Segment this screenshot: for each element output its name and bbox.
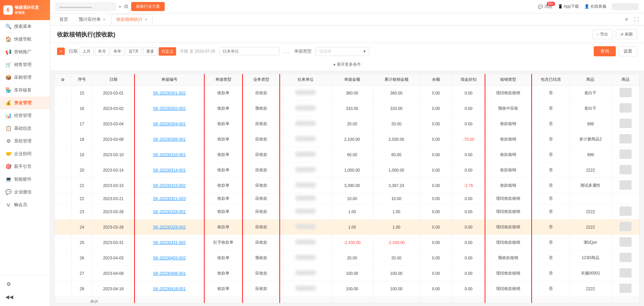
cell-unit bbox=[280, 101, 331, 116]
sidebar-item-basic[interactable]: 📋 基础信息 bbox=[0, 122, 50, 135]
sidebar-item-quick[interactable]: 🏠 快捷导航 bbox=[0, 33, 50, 46]
maximize-window-btn[interactable]: ⛶ bbox=[633, 16, 640, 23]
refresh-button[interactable]: ↺ 刷新 bbox=[616, 29, 637, 39]
dropdown-arrow[interactable]: ▾ bbox=[119, 4, 121, 9]
sidebar-item-finance[interactable]: 💰 资金管理 bbox=[0, 97, 50, 109]
cell-sn[interactable]: SK-20230418-001 bbox=[135, 281, 204, 297]
sidebar-label-system: 系统管理 bbox=[14, 138, 32, 144]
sidebar-item-settings[interactable]: ⚙ bbox=[0, 278, 50, 291]
message-badge-container[interactable]: 💬 消息 99+ bbox=[538, 4, 552, 9]
sidebar-item-hardware[interactable]: 💻 智能硬件 bbox=[0, 173, 50, 186]
cell-num: 28 bbox=[71, 281, 93, 297]
tab-collection-close[interactable]: ✕ bbox=[145, 17, 148, 22]
table-header-row: ⚙ 序号 日期 单据编号 单据类型 业务类型 往来单位 单据金额 累计核销金额 … bbox=[55, 74, 640, 85]
cell-bill-type: 收款单 bbox=[204, 220, 243, 235]
cell-sn[interactable]: SK-20230328-002 bbox=[135, 220, 204, 235]
cell-discount: 0.00 bbox=[452, 235, 485, 250]
cell-cancel-type: 收款核销 bbox=[485, 116, 532, 132]
app-download-link[interactable]: 📱 App下载 bbox=[558, 4, 579, 9]
cell-num: 25 bbox=[71, 235, 93, 250]
sidebar-label-hardware: 智能硬件 bbox=[14, 176, 32, 182]
cell-goods: 123D商品 bbox=[570, 250, 611, 266]
sidebar-item-sales[interactable]: 🛒 销售管理 bbox=[0, 58, 50, 71]
sidebar-item-collapse[interactable]: ◀◀ bbox=[0, 291, 50, 303]
cell-sn[interactable]: SK-20230408-001 bbox=[135, 266, 204, 281]
cell-num: 22 bbox=[71, 193, 93, 204]
sidebar-item-guide[interactable]: 🎯 新手引导 bbox=[0, 160, 50, 173]
cell-goods-img bbox=[611, 132, 639, 147]
filter-settings-button[interactable]: 设置 bbox=[619, 46, 637, 56]
filter-date-this-month[interactable]: 本月 bbox=[95, 47, 109, 56]
sidebar-label-guide: 新手引导 bbox=[14, 164, 32, 170]
th-discount: 现金折扣 bbox=[452, 74, 485, 85]
cell-sn[interactable]: SK-20230314-001 bbox=[135, 163, 204, 178]
th-gear[interactable]: ⚙ bbox=[55, 74, 71, 85]
cell-sn[interactable]: SK-20230403-002 bbox=[135, 250, 204, 266]
filter-date-custom[interactable]: 自定义 bbox=[159, 47, 176, 56]
page-title-row: 收款核销执行(按收款) ↑ 导出 ↺ 刷新 bbox=[57, 29, 637, 43]
query-button[interactable]: 查询 bbox=[594, 46, 616, 56]
sidebar-item-operation[interactable]: 📊 经营管理 bbox=[0, 109, 50, 122]
cell-sn[interactable]: SK-20230321-003 bbox=[135, 193, 204, 204]
sidebar-item-wechat[interactable]: 💬 企业微信 bbox=[0, 186, 50, 198]
purchase-icon: 📦 bbox=[5, 74, 11, 80]
cell-gear bbox=[55, 204, 71, 220]
cell-sn[interactable]: SK-20230310-001 bbox=[135, 147, 204, 163]
online-service-link[interactable]: 👤 在线客服 bbox=[584, 4, 606, 9]
tab-home[interactable]: 首页 bbox=[54, 14, 73, 24]
filter-date-prev-month[interactable]: 上月 bbox=[79, 47, 94, 56]
sidebar-item-member[interactable]: V 畅会员 bbox=[0, 198, 50, 211]
sidebar-item-inventory[interactable]: 🏪 库存核算 bbox=[0, 84, 50, 97]
cell-unit bbox=[280, 235, 331, 250]
filter-toggle-button[interactable]: » bbox=[57, 48, 65, 55]
tab-prepay[interactable]: 预计应付单 ✕ bbox=[74, 14, 111, 24]
unit-search-input[interactable] bbox=[219, 47, 279, 55]
cell-biz-type: 应收款 bbox=[243, 85, 280, 101]
cell-sn[interactable]: SK-20230304-001 bbox=[135, 116, 204, 132]
filter-date-7days[interactable]: 近7天 bbox=[126, 47, 142, 56]
table-row: 28 2023-04-18 SK-20230418-001 收款单 应收款 10… bbox=[55, 281, 640, 297]
sidebar-label-collab: 企业协同 bbox=[14, 151, 32, 157]
cell-discount: 0.00 bbox=[452, 193, 485, 204]
cell-sn[interactable]: SK-20230331-002 bbox=[135, 235, 204, 250]
cell-goods-img bbox=[611, 204, 639, 220]
tab-collection[interactable]: 收款核销执行 ✕ bbox=[111, 14, 153, 24]
solution-button[interactable]: 体验行业方案 bbox=[131, 2, 165, 11]
cell-cancel-type: 收款核销 bbox=[485, 147, 532, 163]
sidebar-item-collab[interactable]: 🤝 企业协同 bbox=[0, 147, 50, 160]
footer-sn bbox=[135, 297, 204, 304]
sidebar-item-purchase[interactable]: 📦 采购管理 bbox=[0, 71, 50, 84]
settings-gear-icon[interactable]: ⚙ bbox=[124, 3, 128, 10]
sidebar-label-purchase: 采购管理 bbox=[14, 74, 32, 80]
cell-goods-img bbox=[611, 178, 639, 193]
bill-type-select[interactable]: 请选择 ▾ bbox=[316, 47, 369, 56]
cell-sn[interactable]: SK-20230301-002 bbox=[135, 85, 204, 101]
cell-include-settled: 否 bbox=[532, 147, 570, 163]
filter-date-more[interactable]: 更多 bbox=[143, 47, 157, 56]
sidebar-label-wechat: 企业微信 bbox=[14, 189, 32, 195]
cell-cancel-type: 收款核销 bbox=[485, 132, 532, 147]
sidebar-item-marketing[interactable]: 📢 营销推广 bbox=[0, 46, 50, 58]
page-header: 收款核销执行(按收款) ↑ 导出 ↺ 刷新 bbox=[50, 25, 644, 43]
cell-num: 21 bbox=[71, 178, 93, 193]
finance-icon: 💰 bbox=[5, 100, 11, 106]
cell-sn[interactable]: SK-20230315-002 bbox=[135, 178, 204, 193]
sidebar-item-search[interactable]: 🔍 搜索菜单 bbox=[0, 20, 50, 33]
expand-more-button[interactable]: ▾ 展开更多条件 bbox=[333, 62, 361, 67]
export-button[interactable]: ↑ 导出 bbox=[592, 29, 612, 39]
cell-num: 19 bbox=[71, 147, 93, 163]
sidebar-item-system[interactable]: ⚙ 系统管理 bbox=[0, 135, 50, 147]
cell-discount: 0.00 bbox=[452, 116, 485, 132]
close-window-btn[interactable]: ✕ bbox=[623, 16, 630, 23]
cell-unit bbox=[280, 116, 331, 132]
content-area: 收款核销执行(按收款) ↑ 导出 ↺ 刷新 » 日期 bbox=[50, 25, 644, 306]
cell-amount: 1.00 bbox=[331, 204, 373, 220]
data-table: ⚙ 序号 日期 单据编号 单据类型 业务类型 往来单位 单据金额 累计核销金额 … bbox=[55, 74, 640, 303]
home-icon: 🏠 bbox=[5, 36, 11, 42]
cell-sn[interactable]: SK-20230308-001 bbox=[135, 132, 204, 147]
tab-prepay-close[interactable]: ✕ bbox=[103, 17, 106, 22]
cell-goods: 衣服00001 bbox=[570, 266, 611, 281]
filter-date-this-year[interactable]: 本年 bbox=[110, 47, 124, 56]
cell-sn[interactable]: SK-20230302-002 bbox=[135, 101, 204, 116]
cell-sn[interactable]: SK-20230328-001 bbox=[135, 204, 204, 220]
